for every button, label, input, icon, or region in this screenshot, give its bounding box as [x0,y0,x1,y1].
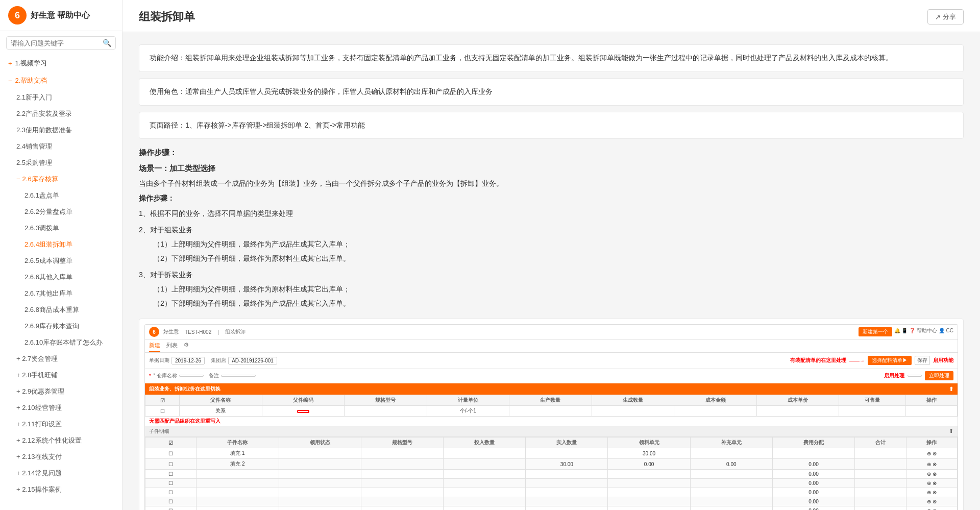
sidebar-item-2-6-5[interactable]: 2.6.5成本调整单 [0,253,122,269]
step3-sub1: （1）上部明细为父件明细，最终作为原材料生成其它出库单； [139,282,964,296]
mock-date-value[interactable]: 2019-12-26 [172,357,205,365]
mock-td-spec [345,406,427,417]
mock-form-row2: * * 仓库名称 备注 启用处理 立即处理 [145,369,958,383]
search-icon[interactable]: 🔍 [103,39,111,47]
sidebar-item-2-9[interactable]: + 2.9优惠券管理 [0,383,122,400]
sidebar-item-2-7[interactable]: + 2.7资金管理 [0,351,122,367]
mock-th-cost-price: 成本单价 [756,395,839,406]
mock-td-cost-pr [756,406,839,417]
mock-remark-input[interactable] [221,375,256,377]
sidebar-item-2-6-7[interactable]: 2.6.7其他出库单 [0,285,122,302]
mock-th-spec: 规格型号 [345,395,427,406]
mock-lth-pick-unit: 领料单元 [608,438,690,448]
sidebar-item-2-8[interactable]: + 2.8手机旺铺 [0,367,122,383]
step2-sub2: （2）下部明细为子件明细，最终作为原材料生成其它出库单。 [139,251,964,265]
mock-td-cost-amt [674,406,757,417]
page-title: 组装拆卸单 [139,9,195,25]
mock-confirm-btn[interactable]: 立即处理 [925,371,953,380]
sidebar-item-2-6-8[interactable]: 2.6.8商品成本重算 [0,302,122,318]
mock-th-gen-qty: 生成数量 [592,395,674,406]
sidebar-item-2-10[interactable]: + 2.10经营管理 [0,400,122,416]
mock-td-check: ☐ [145,406,180,417]
mock-required-star: * [149,373,151,379]
sidebar-item-2-6-3[interactable]: 2.6.3调拨单 [0,220,122,236]
mock-td-action [906,406,958,417]
mock-breadcrumb: 组装拆卸 [225,328,246,335]
mock-date-label: 单据日期 [149,357,169,364]
intro-block: 功能介绍：组装拆卸单用来处理企业组装或拆卸等加工业务，支持有固定装配清单的产品加… [139,44,964,72]
sidebar-item-2-6-10[interactable]: 2.6.10库存账本错了怎么办 [0,334,122,351]
sidebar-item-2-6-9[interactable]: 2.6.9库存账本查询 [0,318,122,334]
sidebar-item-2-14[interactable]: + 2.14常见问题 [0,465,122,481]
mock-td-code [262,406,345,417]
mock-tab-list[interactable]: 列表 [166,339,178,352]
mock-td-avail [839,406,906,417]
sidebar-item-2-12[interactable]: + 2.12系统个性化设置 [0,432,122,449]
mock-tab-detail[interactable]: ⚙ [184,339,189,352]
mock-id: TEST-H002 [185,329,211,335]
sidebar-item-label: 2.帮助文档 [15,76,47,85]
sidebar-item-2-2[interactable]: 2.2产品安装及登录 [0,106,122,122]
search-input[interactable] [11,39,103,47]
mock-orange-bar: 组装业务、拆卸业务在这里切换 ⬆ [145,383,958,395]
mock-enable-input[interactable] [908,375,922,377]
annotation6-area: 无需匹配产品组织在这里重写入 [145,417,958,426]
mock-th-name: 父件名称 [180,395,262,406]
steps-title: 操作步骤： [139,194,964,203]
sidebar-item-2-13[interactable]: + 2.13在线支付 [0,449,122,465]
sidebar-item-2-5[interactable]: 2.5采购管理 [0,155,122,171]
sidebar-item-2-6[interactable]: −2.6库存核算 [0,171,122,187]
mock-lth-check: ☑ [145,438,197,448]
intro-text: 功能介绍：组装拆卸单用来处理企业组装或拆卸等加工业务，支持有固定装配清单的产品加… [150,54,893,62]
mock-annotation-area: 有装配清单的在这里处理 ——→ 选择配料清单▶ 保存 启用功能 [790,356,953,365]
sidebar-item-2-1[interactable]: 2.1新手入门 [0,89,122,106]
mock-lower-table: ☑ 子件名称 领用状态 规格型号 投入数量 实入数量 领料单元 补充单元 费用分… [145,437,958,510]
mock-lth-actual-qty: 实入数量 [526,438,608,448]
share-icon: ↗ [935,13,941,21]
mock-th-ops: 操作 [906,395,958,406]
expand-icon: + [8,60,12,67]
sidebar-item-2-15[interactable]: + 2.15操作案例 [0,481,122,498]
mock-new-btn[interactable]: 新建第一个 [859,327,892,336]
step2-sub1: （1）上部明细为父件明细，最终作为产成品生成其它入库单； [139,237,964,251]
mock-ui: 6 好生意 TEST-H002 | 组装拆卸 新建第一个 🔔 📱 ❓ 帮助中心 … [144,324,958,510]
mock-ui-container: 6 好生意 TEST-H002 | 组装拆卸 新建第一个 🔔 📱 ❓ 帮助中心 … [144,324,958,510]
mock-topbar: 6 好生意 TEST-H002 | 组装拆卸 新建第一个 🔔 📱 ❓ 帮助中心 … [145,325,958,339]
step1: 1、根据不同的业务，选择不同单据的类型来处理 [139,206,964,221]
mock-lth-total: 合计 [855,438,906,448]
mock-lth-sup-unit: 补充单元 [690,438,772,448]
sidebar-item-2-11[interactable]: + 2.11打印设置 [0,416,122,432]
mock-lth-spec: 规格型号 [361,438,443,448]
sidebar-item-2-3[interactable]: 2.3使用前数据准备 [0,122,122,138]
search-box[interactable]: 🔍 [6,36,116,50]
mock-td-name: 关系 [180,406,262,417]
sidebar-item-2-4[interactable]: 2.4销售管理 [0,138,122,155]
mock-lower-table-wrapper: ☑ 子件名称 领用状态 规格型号 投入数量 实入数量 领料单元 补充单元 费用分… [145,437,958,510]
sidebar-item-2-6-2[interactable]: 2.6.2分量盘点单 [0,204,122,220]
sidebar-item-2-6-4[interactable]: 2.6.4组装拆卸单 [0,236,122,253]
sidebar-item-docs[interactable]: − 2.帮助文档 [0,72,122,89]
ops-title: 操作步骤： [139,148,964,158]
mock-assembly-field: 集团店 AD-20191226-001 [211,357,277,365]
mock-select-bom-btn[interactable]: 选择配料清单▶ [868,356,912,365]
mock-lower-row-1: ☐填充 130.00⊕ ⊗ [145,448,958,459]
app-title: 好生意 帮助中心 [31,10,90,21]
scenario1-desc: 当由多个子件材料组装成一个成品的业务为【组装】业务，当由一个父件拆分成多个子产品… [139,178,964,190]
sidebar-item-2-6-6[interactable]: 2.6.6其他入库单 [0,269,122,285]
mock-warehouse-input[interactable] [179,375,204,377]
mock-lower-bar: 子件明细 ⬆ [145,426,958,437]
sidebar-item-video[interactable]: + 1.视频学习 [0,55,122,72]
step2: 2、对于组装业务 [139,223,964,237]
mock-lower-row-6: ☐0.00⊕ ⊗ [145,497,958,506]
mock-assembly-value[interactable]: AD-20191226-001 [228,357,277,365]
mock-tab-new[interactable]: 新建 [149,339,160,352]
share-button[interactable]: ↗ 分享 [927,9,964,25]
mock-th-cost-amount: 成本金额 [674,395,757,406]
mock-upper-row-1: ☐ 关系 个/-个1 [145,406,958,417]
sidebar-item-2-6-1[interactable]: 2.6.1盘点单 [0,187,122,204]
mock-expand-icon[interactable]: ⬆ [949,386,953,393]
mock-lower-row-2: ☐填充 230.000.000.000.00⊕ ⊗ [145,459,958,470]
steps-list: 1、根据不同的业务，选择不同单据的类型来处理 2、对于组装业务 （1）上部明细为… [139,206,964,310]
mock-save-btn[interactable]: 保存 [915,356,930,365]
sidebar: 6 好生意 帮助中心 🔍 + 1.视频学习 − 2.帮助文档 2.1新手入门 2… [0,0,122,510]
